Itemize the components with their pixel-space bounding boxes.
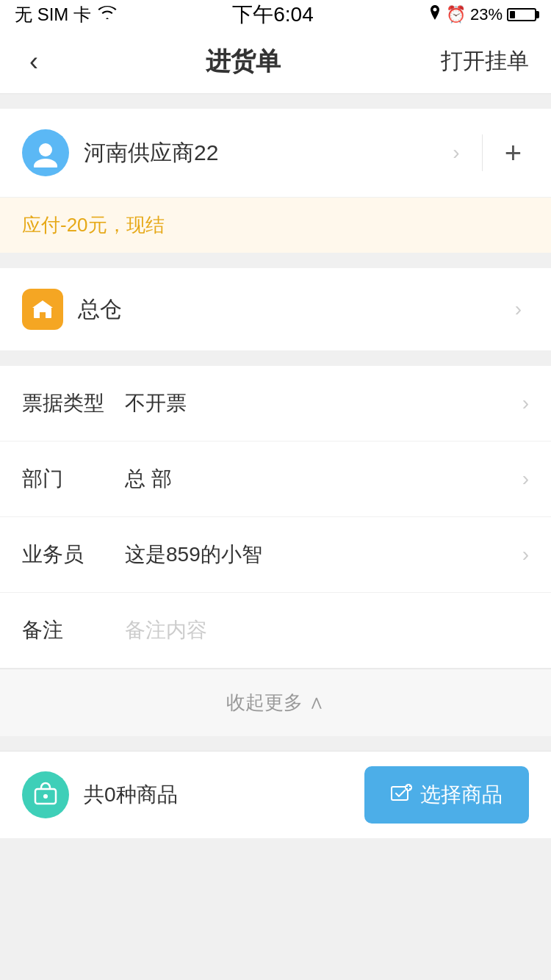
department-value: 总 部 — [125, 465, 522, 493]
supplier-section: 河南供应商22 › + 应付-20元，现结 — [0, 109, 551, 253]
status-time: 下午6:04 — [232, 1, 314, 29]
salesman-arrow-icon: › — [522, 543, 529, 566]
department-row[interactable]: 部门 总 部 › — [0, 442, 551, 517]
department-label: 部门 — [22, 465, 125, 493]
warehouse-icon — [22, 289, 63, 330]
svg-point-0 — [39, 143, 52, 156]
divider-3 — [0, 736, 551, 751]
department-arrow-icon: › — [522, 467, 529, 491]
collapse-row[interactable]: 收起更多 ∧ — [0, 669, 551, 736]
open-pending-button[interactable]: 打开挂单 — [441, 46, 529, 76]
invoice-type-row[interactable]: 票据类型 不开票 › — [0, 366, 551, 442]
remark-input[interactable]: 备注内容 — [125, 616, 529, 644]
warehouse-row[interactable]: 总仓 › — [0, 268, 551, 351]
bottom-bar: 共0种商品 选择商品 — [0, 751, 551, 838]
notice-row: 应付-20元，现结 — [0, 198, 551, 253]
salesman-value: 这是859的小智 — [125, 541, 522, 569]
select-icon — [391, 783, 413, 807]
collapse-label: 收起更多 ∧ — [226, 690, 324, 716]
select-product-button[interactable]: 选择商品 — [364, 766, 529, 824]
alarm-icon: ⏰ — [446, 5, 466, 24]
select-product-label: 选择商品 — [420, 781, 503, 809]
svg-rect-4 — [40, 312, 46, 318]
invoice-label: 票据类型 — [22, 389, 125, 417]
bottom-filler — [0, 838, 551, 980]
vertical-divider — [482, 134, 483, 171]
supplier-arrow-icon: › — [453, 141, 459, 165]
wifi-icon — [97, 4, 118, 25]
supplier-name: 河南供应商22 — [84, 138, 453, 168]
invoice-value: 不开票 — [125, 389, 522, 417]
battery-percent: 23% — [470, 5, 503, 24]
battery-icon — [507, 8, 536, 21]
page-title: 进货单 — [206, 45, 281, 79]
salesman-label: 业务员 — [22, 541, 125, 569]
remark-row[interactable]: 备注 备注内容 — [0, 593, 551, 669]
salesman-row[interactable]: 业务员 这是859的小智 › — [0, 517, 551, 593]
carrier-label: 无 SIM 卡 — [15, 3, 91, 26]
svg-marker-3 — [32, 300, 53, 308]
add-supplier-button[interactable]: + — [497, 137, 529, 170]
location-icon — [428, 4, 442, 25]
supplier-row[interactable]: 河南供应商22 › + — [0, 109, 551, 198]
svg-point-1 — [34, 159, 57, 167]
warehouse-name: 总仓 — [78, 295, 515, 325]
back-button[interactable]: ‹ — [22, 39, 46, 84]
status-bar: 无 SIM 卡 下午6:04 ⏰ 23% — [0, 0, 551, 29]
remark-label: 备注 — [22, 616, 125, 644]
main-content: 河南供应商22 › + 应付-20元，现结 总仓 › 票据类型 不开票 › — [0, 94, 551, 980]
supplier-avatar — [22, 129, 69, 176]
divider-2 — [0, 351, 551, 366]
nav-bar: ‹ 进货单 打开挂单 — [0, 29, 551, 94]
top-divider — [0, 94, 551, 109]
invoice-arrow-icon: › — [522, 392, 529, 415]
product-icon — [22, 771, 69, 818]
notice-text: 应付-20元，现结 — [22, 214, 165, 236]
status-right: ⏰ 23% — [428, 4, 536, 25]
svg-point-6 — [43, 794, 48, 799]
divider-1 — [0, 253, 551, 268]
status-left: 无 SIM 卡 — [15, 3, 118, 26]
product-count: 共0种商品 — [84, 781, 364, 809]
warehouse-arrow-icon: › — [515, 298, 522, 321]
